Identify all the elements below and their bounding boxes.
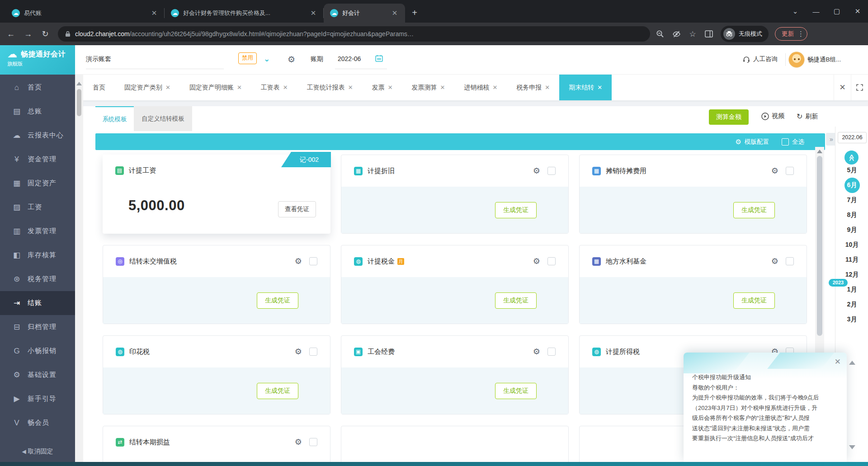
sidebar-item-结账[interactable]: ⇥ 结账 [0,291,75,315]
sidebar-item-总账[interactable]: ▤ 总账 [0,99,75,123]
card-settings-icon[interactable]: ⚙ [533,256,540,266]
generate-voucher-button[interactable]: 生成凭证 [495,202,537,218]
page-tab[interactable]: 发票 ✕ [363,75,402,100]
select-all-checkbox[interactable] [782,138,789,146]
page-tab-close-icon[interactable]: ✕ [492,84,497,91]
sidebar-item-云报表中心[interactable]: ☁ 云报表中心 [0,123,75,147]
side-panel-icon[interactable] [703,28,715,40]
card-settings-icon[interactable]: ⚙ [533,166,540,176]
sidebar-item-固定资产[interactable]: ▦ 固定资产 [0,171,75,195]
select-all-control[interactable]: 全选 [782,138,804,146]
calc-amount-button[interactable]: 测算金额 [709,109,749,125]
page-scrollbar[interactable] [75,75,83,462]
generate-voucher-button[interactable]: 生成凭证 [495,292,537,309]
reload-button[interactable]: ↻ [39,28,52,40]
page-tab[interactable]: 进销稽核 ✕ [454,75,507,100]
page-tab[interactable]: 工资统计报表 ✕ [297,75,363,100]
user-name[interactable]: 畅捷通B组... [807,56,867,64]
month-item[interactable]: 3月 [835,312,868,327]
update-chip[interactable]: 更新 ⋮ [775,27,807,41]
card-checkbox[interactable] [547,257,556,265]
sidebar-item-畅会员[interactable]: V 畅会员 [0,411,75,435]
browser-tab[interactable]: ☁ 好会计 ✕ [324,4,405,23]
period-value[interactable]: 2022-06 [338,55,361,62]
page-tab-close-icon[interactable]: ✕ [545,84,550,91]
page-tab-close-icon[interactable]: ✕ [440,84,445,91]
card-checkbox[interactable] [786,167,794,175]
month-item[interactable]: 6月 [835,178,868,193]
address-bar[interactable]: cloud2.chanjet.com/accounting/uh26t264j5… [58,26,650,42]
page-tab[interactable]: 工资表 ✕ [251,75,297,100]
month-item[interactable]: 11月 [835,252,868,267]
card-settings-icon[interactable]: ⚙ [295,437,302,447]
sidebar-item-资金管理[interactable]: ¥ 资金管理 [0,147,75,171]
card-checkbox[interactable] [547,348,556,356]
generate-voucher-button[interactable]: 生成凭证 [257,292,298,309]
minimize-button[interactable]: — [806,0,826,23]
sidebar-item-税务管理[interactable]: ⊛ 税务管理 [0,267,75,291]
scroll-up-arrow-icon[interactable] [76,82,82,85]
browser-tab[interactable]: ☁ 好会计财务管理软件购买价格及... ✕ [165,4,324,23]
calendar-icon[interactable] [375,55,383,62]
template-config-button[interactable]: ⚙ 模版配置 [736,138,769,146]
card-settings-icon[interactable]: ⚙ [295,347,302,357]
account-name[interactable]: 演示账套 [86,55,111,63]
support-link[interactable]: 人工咨询 [743,55,778,63]
zoom-page-icon[interactable] [654,28,666,40]
cards-scroll-up-icon[interactable] [817,150,822,153]
rail-period-box[interactable]: 2022.06 [838,132,867,143]
sidebar-item-库存核算[interactable]: ◧ 库存核算 [0,243,75,267]
generate-voucher-button[interactable]: 生成凭证 [733,202,775,218]
sidebar-item-归档管理[interactable]: ⊟ 归档管理 [0,315,75,339]
card-checkbox[interactable] [786,257,794,265]
template-tab[interactable]: 系统模板 [95,106,134,131]
maximize-button[interactable]: ▢ [826,0,847,23]
month-item[interactable]: 5月 [835,163,868,178]
page-tab-close-icon[interactable]: ✕ [388,84,393,91]
page-tab[interactable]: 固定资产类别 ✕ [115,75,180,100]
sidebar-item-工资[interactable]: ▨ 工资 [0,195,75,219]
popup-close-icon[interactable]: ✕ [835,357,841,367]
month-item[interactable]: 7月 [835,193,868,207]
card-checkbox[interactable] [309,257,317,265]
bookmark-star-icon[interactable]: ☆ [686,28,699,40]
sidebar-item-基础设置[interactable]: ⚙ 基础设置 [0,363,75,387]
refresh-link[interactable]: ↻ 刷新 [797,112,818,121]
page-tab-close-icon[interactable]: ✕ [237,84,242,91]
card-checkbox[interactable] [547,167,556,175]
close-window-button[interactable]: ✕ [847,0,868,23]
page-tab[interactable]: 固定资产明细账 ✕ [180,75,251,100]
page-tab-close-icon[interactable]: ✕ [165,84,170,91]
generate-voucher-button[interactable]: 生成凭证 [733,292,775,309]
sidebar-item-发票管理[interactable]: ▥ 发票管理 [0,219,75,243]
page-tab-close-icon[interactable]: ✕ [597,84,602,91]
account-settings-icon[interactable]: ⚙ [288,54,295,65]
card-settings-icon[interactable]: ⚙ [295,256,302,266]
sidebar-item-小畅报销[interactable]: G 小畅报销 [0,339,75,363]
card-settings-icon[interactable]: ⚙ [771,256,778,266]
browser-tab[interactable]: ☁ 易代账 ✕ [5,4,165,23]
view-voucher-button[interactable]: 查看凭证 [278,201,316,217]
back-button[interactable]: ← [5,28,17,40]
browser-menu-icon[interactable]: ⋮ [797,30,804,38]
eye-off-icon[interactable] [670,28,683,40]
scrollbar-thumb[interactable] [77,89,81,116]
sidebar-unpin-button[interactable]: ◀ 取消固定 [0,445,75,458]
page-tab[interactable]: 期末结转 ✕ [559,75,612,100]
close-all-tabs-button[interactable]: ✕ [834,75,851,100]
tab-close-icon[interactable]: ✕ [309,9,317,17]
page-tab[interactable]: 税务申报 ✕ [507,75,559,100]
new-tab-button[interactable]: + [408,6,421,20]
user-avatar[interactable] [788,52,805,68]
sidebar-item-首页[interactable]: ⌂ 首页 [0,75,75,99]
card-settings-icon[interactable]: ⚙ [533,347,540,357]
sidebar-item-新手引导[interactable]: ▶ 新手引导 [0,387,75,411]
tab-close-icon[interactable]: ✕ [150,9,158,17]
rail-scroll-down-icon[interactable] [849,445,855,449]
page-tab-close-icon[interactable]: ✕ [283,84,288,91]
month-item[interactable]: 8月 [835,207,868,222]
page-tab[interactable]: 发票测算 ✕ [402,75,455,100]
month-item[interactable]: 9月 [835,222,868,237]
rail-scroll-up-icon[interactable] [849,361,855,365]
generate-voucher-button[interactable]: 生成凭证 [495,383,537,399]
